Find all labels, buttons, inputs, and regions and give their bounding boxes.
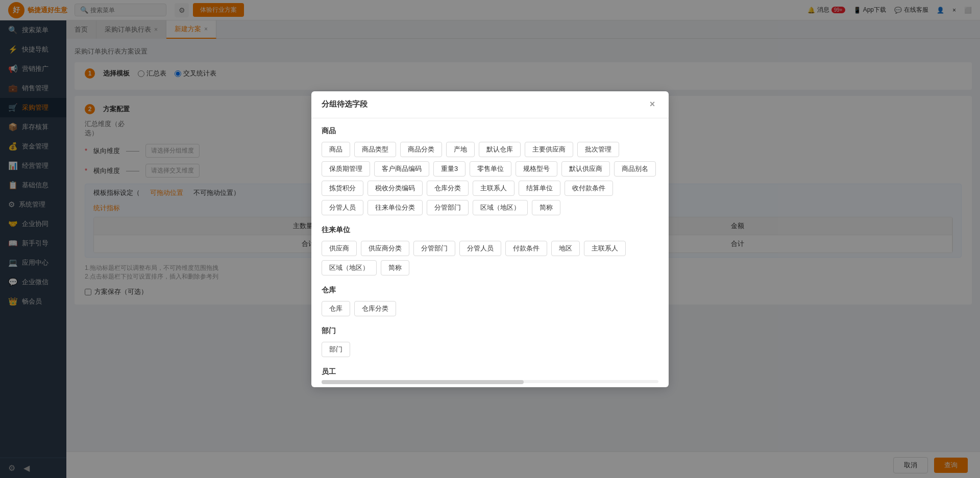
field-tag[interactable]: 仓库分类 (427, 181, 469, 196)
section-department-tags: 部门 (322, 342, 658, 357)
modal: 分组待选字段 × 商品 商品 商品类型 商品分类 产地 默认仓库 主要供应商 批… (311, 91, 669, 387)
section-employee: 员工 业务员 (322, 367, 658, 380)
field-tag[interactable]: 商品别名 (614, 161, 656, 177)
field-tag[interactable]: 分管部门 (427, 200, 469, 215)
section-product: 商品 商品 商品类型 商品分类 产地 默认仓库 主要供应商 批次管理 保质期管理… (322, 127, 658, 215)
field-tag[interactable]: 收付款条件 (565, 181, 613, 196)
field-tag[interactable]: 供应商 (322, 241, 357, 256)
field-tag[interactable]: 供应商分类 (361, 241, 409, 256)
field-tag[interactable]: 保质期管理 (322, 161, 370, 177)
section-employee-title: 员工 (322, 367, 658, 376)
modal-close-button[interactable]: × (646, 98, 658, 111)
field-tag[interactable]: 默认供应商 (561, 161, 610, 177)
modal-overlay[interactable]: 分组待选字段 × 商品 商品 商品类型 商品分类 产地 默认仓库 主要供应商 批… (0, 0, 980, 478)
modal-horizontal-scrollbar[interactable] (322, 380, 658, 383)
field-tag[interactable]: 简称 (381, 260, 409, 275)
section-product-title: 商品 (322, 127, 658, 136)
field-tag[interactable]: 仓库分类 (354, 301, 396, 316)
field-tag[interactable]: 付款条件 (505, 241, 547, 256)
section-partner: 往来单位 供应商 供应商分类 分管部门 分管人员 付款条件 地区 主联系人 区域… (322, 225, 658, 275)
field-tag[interactable]: 区域（地区） (473, 200, 528, 215)
field-tag[interactable]: 重量3 (433, 161, 465, 177)
field-tag[interactable]: 地区 (551, 241, 580, 256)
field-tag[interactable]: 产地 (446, 142, 475, 157)
section-warehouse: 仓库 仓库 仓库分类 (322, 286, 658, 316)
field-tag[interactable]: 分管人员 (322, 200, 363, 215)
field-tag[interactable]: 拣货积分 (322, 181, 363, 196)
field-tag[interactable]: 简称 (532, 200, 560, 215)
field-tag[interactable]: 往来单位分类 (368, 200, 423, 215)
field-tag[interactable]: 商品 (322, 142, 350, 157)
field-tag[interactable]: 主联系人 (473, 181, 514, 196)
section-partner-title: 往来单位 (322, 225, 658, 235)
field-tag[interactable]: 区域（地区） (322, 260, 377, 275)
field-tag[interactable]: 默认仓库 (479, 142, 521, 157)
modal-hscroll-thumb[interactable] (322, 380, 524, 384)
field-tag[interactable]: 商品类型 (354, 142, 396, 157)
modal-title: 分组待选字段 (322, 99, 368, 109)
section-warehouse-tags: 仓库 仓库分类 (322, 301, 658, 316)
field-tag[interactable]: 主联系人 (584, 241, 626, 256)
section-warehouse-title: 仓库 (322, 286, 658, 295)
field-tag[interactable]: 商品分类 (400, 142, 442, 157)
field-tag[interactable]: 零售单位 (470, 161, 511, 177)
field-tag[interactable]: 分管人员 (459, 241, 501, 256)
field-tag[interactable]: 规格型号 (516, 161, 557, 177)
field-tag[interactable]: 仓库 (322, 301, 350, 316)
field-tag[interactable]: 税收分类编码 (368, 181, 423, 196)
section-department: 部门 部门 (322, 326, 658, 357)
field-tag[interactable]: 结算单位 (519, 181, 560, 196)
field-tag[interactable]: 批次管理 (577, 142, 619, 157)
field-tag[interactable]: 部门 (322, 342, 350, 357)
section-department-title: 部门 (322, 326, 658, 336)
field-tag[interactable]: 客户商品编码 (374, 161, 429, 177)
modal-body: 商品 商品 商品类型 商品分类 产地 默认仓库 主要供应商 批次管理 保质期管理… (311, 118, 669, 380)
section-partner-tags: 供应商 供应商分类 分管部门 分管人员 付款条件 地区 主联系人 区域（地区） … (322, 241, 658, 275)
section-product-tags: 商品 商品类型 商品分类 产地 默认仓库 主要供应商 批次管理 保质期管理 客户… (322, 142, 658, 215)
field-tag[interactable]: 主要供应商 (525, 142, 573, 157)
field-tag[interactable]: 分管部门 (413, 241, 455, 256)
modal-header: 分组待选字段 × (311, 91, 669, 118)
